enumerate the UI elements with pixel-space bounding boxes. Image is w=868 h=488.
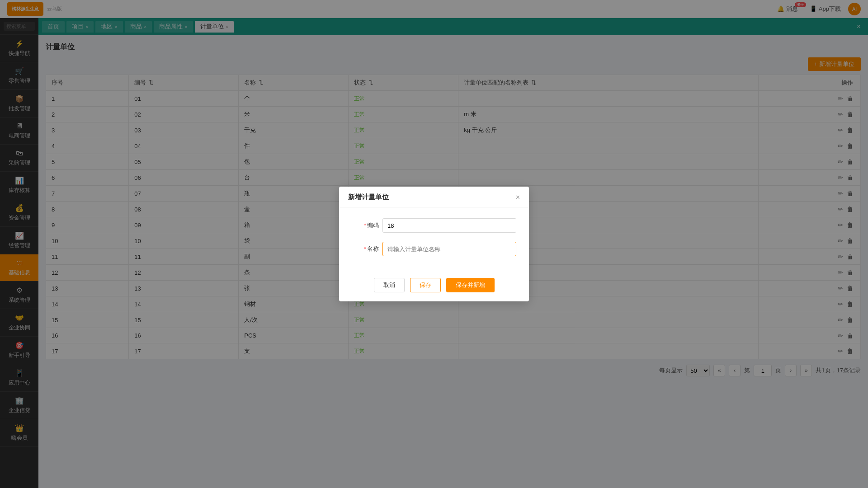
modal-close-btn[interactable]: × [516,193,520,202]
code-label: *编码 [352,221,379,230]
modal-overlay: 新增计量单位 × *编码 *名称 取消 保存 保存并新增 [0,0,868,488]
modal-footer: 取消 保存 保存并新增 [339,272,529,301]
name-required-mark: * [364,245,366,252]
cancel-button[interactable]: 取消 [374,278,405,292]
form-row-name: *名称 [352,242,516,256]
save-button[interactable]: 保存 [410,278,441,292]
modal-title: 新增计量单位 [348,193,389,202]
save-and-new-button[interactable]: 保存并新增 [446,278,495,292]
modal-body: *编码 *名称 [339,207,529,272]
add-measure-unit-modal: 新增计量单位 × *编码 *名称 取消 保存 保存并新增 [339,187,529,301]
form-row-code: *编码 [352,218,516,233]
code-required-mark: * [364,222,366,229]
name-input[interactable] [382,242,516,256]
name-label: *名称 [352,245,379,253]
modal-header: 新增计量单位 × [339,187,529,207]
code-input[interactable] [382,218,516,233]
